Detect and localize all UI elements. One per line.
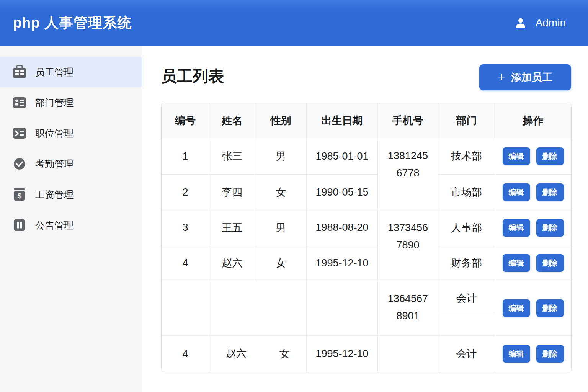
sidebar: 员工管理 部门管理 (0, 46, 142, 392)
edit-button[interactable]: 编辑 (503, 219, 530, 237)
user-icon (513, 16, 528, 30)
cell-id (162, 281, 209, 336)
sidebar-item-employees[interactable]: 员工管理 (0, 57, 142, 87)
edit-button[interactable]: 编辑 (503, 345, 530, 363)
edit-button[interactable]: 编辑 (503, 254, 530, 272)
cell-name: 李四 (209, 175, 255, 210)
id-badge-icon (12, 65, 27, 79)
column-header-actions: 操作 (495, 103, 571, 138)
cell-phone: 1373456 7890 (378, 210, 438, 281)
cell-department: 会计 (438, 281, 495, 336)
cell-actions: 编辑 删除 (495, 336, 571, 372)
delete-button[interactable]: 删除 (536, 299, 564, 317)
cell-phone: 1381245 6778 (378, 138, 438, 210)
phone-line: 1373456 (388, 219, 428, 237)
app-header: php 人事管理系统 Admin (0, 0, 588, 46)
phone-line: 8901 (396, 307, 419, 325)
position-list-icon (12, 126, 27, 140)
page-title: 员工列表 (161, 66, 224, 87)
cell-phone (378, 336, 438, 372)
add-employee-label: 添加员工 (511, 70, 552, 84)
column-header-department: 部门 (438, 103, 495, 138)
cell-birthdate: 1995-12-10 (307, 336, 378, 372)
phone-line: 1381245 (388, 147, 428, 165)
cell-id: 2 (162, 175, 209, 210)
phone-line: 1364567 (388, 290, 428, 307)
phone-line: 7890 (396, 237, 419, 254)
cell-gender: 女 (255, 245, 307, 281)
edit-button[interactable]: 编辑 (503, 147, 530, 165)
delete-button[interactable]: 删除 (536, 183, 564, 201)
cell-actions: 编辑 删除 (495, 175, 571, 210)
announcement-icon (12, 218, 27, 232)
user-menu[interactable]: Admin (513, 0, 566, 46)
delete-button[interactable]: 删除 (536, 219, 564, 237)
sidebar-item-label: 工资管理 (35, 188, 74, 201)
cell-name: 赵六 (226, 347, 247, 361)
sidebar-item-label: 员工管理 (35, 66, 74, 78)
sidebar-item-departments[interactable]: 部门管理 (0, 87, 142, 118)
department-list-icon (12, 95, 27, 110)
edit-button[interactable]: 编辑 (503, 299, 530, 317)
check-circle-icon (12, 157, 27, 171)
cell-department: 市场部 (438, 175, 495, 210)
sidebar-item-announcements[interactable]: 公告管理 (0, 210, 142, 240)
cell-birthdate: 1988-08-20 (307, 210, 378, 245)
svg-text:$: $ (18, 192, 22, 200)
user-name: Admin (536, 17, 566, 29)
cell-birthdate: 1995-12-10 (307, 245, 378, 281)
cell-actions: 编辑 删除 (495, 138, 571, 175)
delete-button[interactable]: 删除 (536, 345, 564, 363)
department-empty-subcell (438, 315, 495, 335)
cell-birthdate (307, 281, 378, 336)
sidebar-item-label: 部门管理 (35, 96, 74, 109)
sidebar-menu: 员工管理 部门管理 (0, 46, 142, 240)
cell-id: 4 (162, 336, 209, 372)
column-header-phone: 手机号 (378, 103, 438, 138)
cell-gender: 男 (255, 210, 307, 245)
cell-name: 赵六 (209, 245, 255, 281)
column-header-birthdate: 出生日期 (307, 103, 378, 138)
cell-department: 财务部 (438, 245, 495, 281)
add-employee-button[interactable]: + 添加员工 (479, 64, 571, 90)
cell-birthdate: 1985-01-01 (307, 138, 378, 175)
sidebar-item-salary[interactable]: $ 工资管理 (0, 179, 142, 210)
salary-dollar-icon: $ (12, 187, 27, 202)
cell-name-gender: 赵六 女 (209, 336, 307, 372)
sidebar-item-label: 考勤管理 (35, 158, 74, 170)
cell-gender: 女 (279, 347, 290, 361)
cell-actions: 编辑 删除 (495, 245, 571, 281)
main-content: 员工列表 + 添加员工 编号 姓名 性别 出生日期 手机号 部门 操作 1 张三… (143, 46, 588, 392)
cell-gender: 女 (255, 175, 307, 210)
cell-actions: 编辑 删除 (495, 281, 571, 336)
cell-department: 人事部 (438, 210, 495, 245)
cell-department: 技术部 (438, 138, 495, 175)
cell-id: 3 (162, 210, 209, 245)
sidebar-item-attendance[interactable]: 考勤管理 (0, 149, 142, 179)
edit-button[interactable]: 编辑 (503, 183, 530, 201)
plus-icon: + (498, 71, 505, 83)
column-header-name: 姓名 (209, 103, 255, 138)
cell-id: 4 (162, 245, 209, 281)
cell-gender: 男 (255, 138, 307, 175)
hr-management-app: php 人事管理系统 Admin (0, 0, 588, 392)
department-label: 会计 (438, 281, 495, 315)
cell-phone: 1364567 8901 (378, 281, 438, 336)
cell-department: 会计 (438, 336, 495, 372)
cell-name: 王五 (209, 210, 255, 245)
column-header-gender: 性别 (255, 103, 307, 138)
sidebar-item-positions[interactable]: 职位管理 (0, 118, 142, 149)
employee-table: 编号 姓名 性别 出生日期 手机号 部门 操作 1 张三 男 1985-01-0… (161, 103, 572, 372)
sidebar-item-label: 公告管理 (35, 219, 74, 232)
phone-line: 6778 (396, 165, 419, 182)
delete-button[interactable]: 删除 (536, 254, 564, 272)
cell-birthdate: 1990-05-15 (307, 175, 378, 210)
sidebar-item-label: 职位管理 (35, 127, 74, 140)
column-header-id: 编号 (162, 103, 209, 138)
cell-name: 张三 (209, 138, 255, 175)
cell-name-gender-empty (209, 281, 307, 336)
cell-actions: 编辑 删除 (495, 210, 571, 245)
cell-id: 1 (162, 138, 209, 175)
delete-button[interactable]: 删除 (536, 147, 564, 165)
app-title: php 人事管理系统 (13, 0, 132, 46)
